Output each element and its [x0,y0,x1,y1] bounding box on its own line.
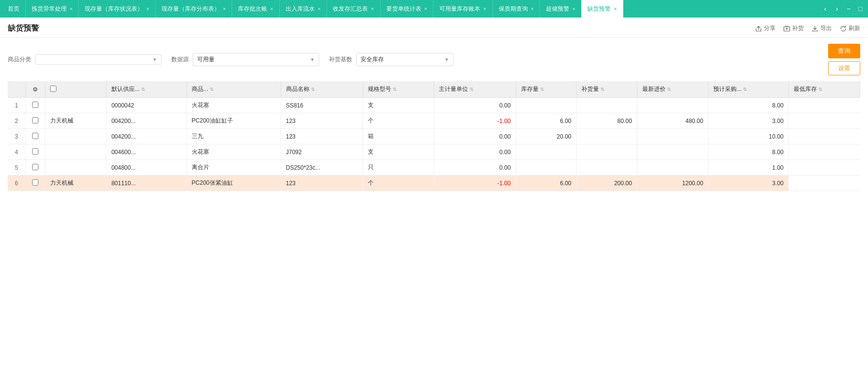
tab-close-recv[interactable]: × [371,6,374,12]
tab-close-order[interactable]: × [424,6,427,12]
row-est-1: 480.00 [637,113,708,129]
replenish-base-filter-group: 补货基数 安全库存 ▼ [329,53,453,66]
th-latest-price[interactable]: 最新进价⇅ [637,81,708,98]
tab-close-ledger[interactable]: × [483,6,486,12]
row-num-5: 6 [8,176,25,191]
sort-icon-price: ⇅ [667,87,671,92]
th-spec[interactable]: 规格型号⇅ [362,81,434,98]
tab-abnormal[interactable]: 拣货异常处理 × [26,0,79,18]
tab-close-shortage[interactable]: × [614,6,616,12]
datasource-select-arrow: ▼ [310,57,315,62]
tab-close-overstock[interactable]: × [572,6,575,12]
row-checkbox-5[interactable] [32,179,38,186]
tab-next-btn[interactable]: › [831,3,843,15]
export-button[interactable]: 导出 [812,24,832,33]
tab-close-stock-dist[interactable]: × [223,6,226,12]
settings-button[interactable]: 设置 [828,61,860,75]
row-spec-4: DS250*23c... [281,160,362,176]
row-cb-cell-4 [25,160,45,176]
row-min-4: 1.00 [708,160,789,176]
th-min-stock[interactable]: 最低库存⇅ [789,81,860,98]
tab-stock-status[interactable]: 现存量（库存状况表） × [79,0,155,18]
select-all-checkbox[interactable] [50,86,56,92]
row-price-1: 80.00 [577,113,637,129]
th-replenish-qty[interactable]: 补货量⇅ [577,81,637,98]
th-default-supplier[interactable]: 默认供应...⇅ [106,81,186,98]
row-name-3: 火花塞 [186,144,281,160]
row-checkbox-1[interactable] [32,117,38,123]
tab-minimize-btn[interactable]: − [843,3,854,15]
refresh-button[interactable]: 刷新 [840,24,860,33]
tab-home[interactable]: 首页 [2,0,26,18]
main-area: 缺货预警 分享 补货 导出 [0,18,868,387]
row-checkbox-0[interactable] [32,102,38,108]
row-supplier-1: 力天机械 [45,113,106,129]
tab-close-batch[interactable]: × [270,6,273,12]
data-table: ⚙ 默认供应...⇅ 商品...⇅ 商品名称⇅ 规格型号⇅ 主计量单位⇅ 库存量… [8,81,860,191]
row-code-2: 004200... [106,129,186,144]
row-min-1: 3.00 [708,113,789,129]
th-unit[interactable]: 主计量单位⇅ [434,81,516,98]
share-button[interactable]: 分享 [755,24,776,33]
tab-expiry[interactable]: 保质期查询 × [493,0,540,18]
tab-maximize-btn[interactable]: □ [854,3,866,15]
row-spec-3: J7092 [281,144,362,160]
row-spec-2: 123 [281,129,362,144]
page-header: 缺货预警 分享 补货 导出 [0,18,868,38]
tab-stock-dist[interactable]: 现存量（库存分布表） × [156,0,232,18]
row-cb-cell-1 [25,113,45,129]
row-replenish-5: 6.00 [516,176,577,191]
th-gear[interactable]: ⚙ [25,81,45,98]
tab-inout-flow[interactable]: 出入库流水 × [280,0,327,18]
datasource-filter-group: 数据源 可用量 ▼ [171,53,319,66]
row-est-0 [637,98,708,113]
row-supplier-0 [45,98,106,113]
category-select[interactable]: ▼ [35,54,162,65]
th-checkbox[interactable] [45,81,106,98]
tab-close-inout[interactable]: × [318,6,321,12]
sort-icon-supplier: ⇅ [141,87,145,92]
datasource-select[interactable]: 可用量 ▼ [193,53,319,66]
th-stock-qty[interactable]: 库存量⇅ [516,81,577,98]
row-checkbox-2[interactable] [32,133,38,139]
tab-close-stock-status[interactable]: × [146,6,149,12]
tab-shortage[interactable]: 缺货预警 × [581,0,623,18]
row-checkbox-3[interactable] [32,148,38,155]
row-min-3: 8.00 [708,144,789,160]
tab-overstock[interactable]: 超储预警 × [540,0,581,18]
th-product-code[interactable]: 商品...⇅ [186,81,281,98]
tab-available-ledger[interactable]: 可用量库存账本 × [434,0,492,18]
row-supplier-3 [45,144,106,160]
row-price-0 [577,98,637,113]
th-product-name[interactable]: 商品名称⇅ [281,81,362,98]
row-name-2: 三九 [186,129,281,144]
filter-actions: 查询 设置 [828,44,860,75]
sort-icon-code: ⇅ [210,87,214,92]
tab-close-abnormal[interactable]: × [70,6,72,12]
sort-icon-replenish: ⇅ [600,87,604,92]
row-est-3 [637,144,708,160]
row-min-5: 3.00 [708,176,789,191]
tab-prev-btn[interactable]: ‹ [819,3,831,15]
category-select-arrow: ▼ [152,57,157,62]
row-cb-cell-5 [25,176,45,191]
replenish-button[interactable]: 补货 [783,24,804,33]
table-row: 10000042火花塞SS816支0.008.00 [8,98,860,113]
table-body: 10000042火花塞SS816支0.008.002力天机械004200...P… [8,98,860,191]
tab-close-expiry[interactable]: × [531,6,534,12]
row-name-1: PC200油缸缸子 [186,113,281,129]
tab-recv-summary[interactable]: 收发存汇总表 × [327,0,380,18]
replenish-base-select[interactable]: 安全库存 ▼ [356,53,453,66]
row-min-2: 10.00 [708,129,789,144]
row-supplier-4 [45,160,106,176]
query-button[interactable]: 查询 [828,44,860,58]
row-name-0: 火花塞 [186,98,281,113]
row-stock-0: 0.00 [434,98,516,113]
row-code-5: 801110... [106,176,186,191]
th-est-purchase[interactable]: 预计采购...⇅ [708,81,789,98]
tab-order-stats[interactable]: 要货单统计表 × [380,0,434,18]
th-rownum [8,81,25,98]
tab-batch-account[interactable]: 库存批次账 × [232,0,279,18]
row-num-1: 2 [8,113,25,129]
row-checkbox-4[interactable] [32,164,38,170]
